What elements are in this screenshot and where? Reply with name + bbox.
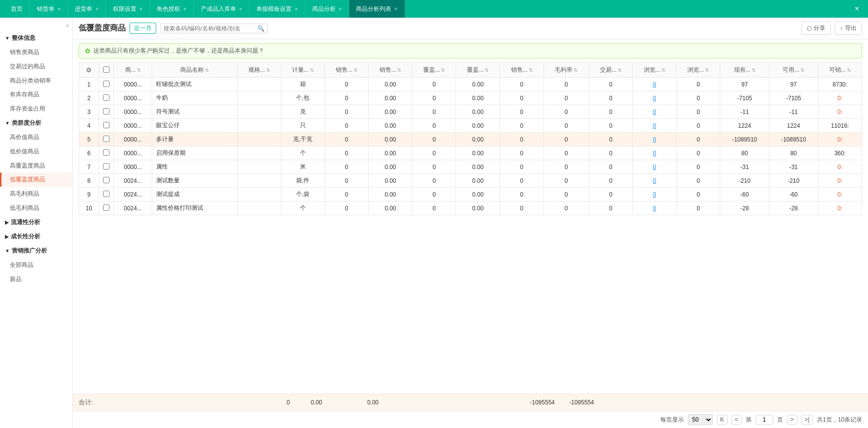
row-settings[interactable]: 1 xyxy=(79,78,99,91)
date-filter-button[interactable]: 近一月 xyxy=(130,23,156,34)
row-settings[interactable]: 10 xyxy=(79,201,99,215)
row-browse1-link[interactable]: 0 xyxy=(633,146,677,160)
row-checkbox[interactable] xyxy=(99,146,114,160)
row-browse1-link[interactable]: 0 xyxy=(633,78,677,91)
row-coverage1: 0 xyxy=(412,91,456,105)
row-browse1-link[interactable]: 0 xyxy=(633,91,677,105)
close-sales-order[interactable]: × xyxy=(57,6,60,12)
sidebar-item-all-products[interactable]: 全部商品 xyxy=(0,258,72,272)
export-button[interactable]: ↑ 导出 xyxy=(835,22,862,35)
row-browse1-link[interactable]: 0 xyxy=(633,119,677,133)
col-spec[interactable]: 规格...⇅ xyxy=(237,63,281,78)
col-name[interactable]: 商品名称⇅ xyxy=(152,63,237,78)
last-page-button[interactable]: >| xyxy=(801,415,813,425)
row-checkbox[interactable] xyxy=(99,174,114,188)
sidebar-item-traded-products[interactable]: 交易过的商品 xyxy=(0,59,72,74)
close-all-button[interactable]: × xyxy=(850,4,864,13)
col-trade[interactable]: 交易...⇅ xyxy=(589,63,632,78)
row-browse1-link[interactable]: 0 xyxy=(633,160,677,174)
row-settings[interactable]: 2 xyxy=(79,91,99,105)
nav-role-auth[interactable]: 角色授权 × xyxy=(150,0,193,18)
sidebar-item-high-coverage[interactable]: 高覆盖度商品 xyxy=(0,159,72,173)
sidebar-item-new-products[interactable]: 新品 xyxy=(0,272,72,286)
nav-permission-settings[interactable]: 权限设置 × xyxy=(106,0,150,18)
sidebar-section-growth[interactable]: ▶ 成长性分析 xyxy=(0,229,72,244)
nav-product-analysis-list[interactable]: 商品分析列表 × xyxy=(349,0,405,18)
row-settings[interactable]: 8 xyxy=(79,174,99,188)
row-checkbox[interactable] xyxy=(99,78,114,91)
close-template-settings[interactable]: × xyxy=(295,6,298,12)
prev-page-button[interactable]: < xyxy=(732,415,742,425)
col-available-stock[interactable]: 可用...⇅ xyxy=(769,63,818,78)
nav-home[interactable]: 首页 xyxy=(4,0,30,18)
row-checkbox[interactable] xyxy=(99,105,114,119)
col-code[interactable]: 商...⇅ xyxy=(114,63,152,78)
page-size-select[interactable]: 50 100 200 xyxy=(688,414,713,425)
sidebar-collapse-button[interactable]: « xyxy=(66,22,69,29)
col-settings[interactable]: ⚙ xyxy=(79,63,99,78)
row-settings[interactable]: 4 xyxy=(79,119,99,133)
table-container[interactable]: ⚙ 商...⇅ 商品名称⇅ 规格...⇅ 计量...⇅ 销售...⇅ 销售...… xyxy=(73,62,868,394)
row-checkbox[interactable] xyxy=(99,201,114,215)
row-browse1-link[interactable]: 0 xyxy=(633,133,677,146)
row-coverage1: 0 xyxy=(412,174,456,188)
sidebar-item-capital-usage[interactable]: 库存资金占用 xyxy=(0,102,72,116)
sidebar-section-class-analysis[interactable]: ▼ 类群度分析 xyxy=(0,116,72,130)
row-checkbox[interactable] xyxy=(99,91,114,105)
col-browse2[interactable]: 浏览...⇅ xyxy=(677,63,720,78)
close-finished-goods[interactable]: × xyxy=(239,6,242,12)
close-product-analysis[interactable]: × xyxy=(339,6,342,12)
sidebar-item-category-rate[interactable]: 商品分类动销率 xyxy=(0,74,72,88)
col-saleable[interactable]: 可销...⇅ xyxy=(818,63,862,78)
col-sales3[interactable]: 销售...⇅ xyxy=(500,63,543,78)
row-browse1-link[interactable]: 0 xyxy=(633,201,677,215)
sidebar-item-sales-products[interactable]: 销售类商品 xyxy=(0,45,72,59)
row-checkbox[interactable] xyxy=(99,188,114,201)
search-input[interactable] xyxy=(163,25,257,32)
col-margin[interactable]: 毛利率⇅ xyxy=(543,63,589,78)
col-browse1[interactable]: 浏览...⇅ xyxy=(633,63,677,78)
sidebar-section-marketing[interactable]: ▼ 营销推广分析 xyxy=(0,244,72,258)
row-settings[interactable]: 6 xyxy=(79,146,99,160)
row-checkbox[interactable] xyxy=(99,160,114,174)
sidebar-item-low-margin[interactable]: 低毛利商品 xyxy=(0,201,72,215)
nav-template-settings[interactable]: 单据模板设置 × xyxy=(249,0,305,18)
col-sales-qty[interactable]: 销售...⇅ xyxy=(325,63,368,78)
row-settings[interactable]: 5 xyxy=(79,133,99,146)
row-settings[interactable]: 7 xyxy=(79,160,99,174)
row-checkbox[interactable] xyxy=(99,119,114,133)
first-page-button[interactable]: K xyxy=(717,415,728,425)
row-browse1-link[interactable]: 0 xyxy=(633,174,677,188)
col-unit[interactable]: 计量...⇅ xyxy=(281,63,325,78)
sidebar-item-low-value[interactable]: 低价值商品 xyxy=(0,144,72,159)
sidebar-section-overview[interactable]: ▼ 整体信息 xyxy=(0,31,72,45)
next-page-button[interactable]: > xyxy=(787,415,797,425)
nav-purchase-order[interactable]: 进货单 × xyxy=(68,0,106,18)
row-browse1-link[interactable]: 0 xyxy=(633,188,677,201)
settings-icon[interactable]: ⚙ xyxy=(86,66,92,74)
sidebar-item-low-coverage[interactable]: 低覆盖度商品 xyxy=(0,172,72,187)
close-role-auth[interactable]: × xyxy=(183,6,186,12)
sidebar-section-liquidity[interactable]: ▶ 流通性分析 xyxy=(0,215,72,229)
col-coverage2[interactable]: 覆盖...⇅ xyxy=(456,63,500,78)
nav-product-analysis[interactable]: 商品分析 × xyxy=(305,0,349,18)
sidebar-item-stocked-products[interactable]: 有库存商品 xyxy=(0,87,72,102)
page-number-input[interactable] xyxy=(756,415,773,425)
col-coverage1[interactable]: 覆盖...⇅ xyxy=(412,63,456,78)
col-sales-amt[interactable]: 销售...⇅ xyxy=(369,63,412,78)
sidebar-item-high-margin[interactable]: 高毛利商品 xyxy=(0,187,72,201)
row-checkbox[interactable] xyxy=(99,133,114,146)
col-current-stock[interactable]: 现有...⇅ xyxy=(720,63,769,78)
row-browse1-link[interactable]: 0 xyxy=(633,105,677,119)
sidebar-item-high-value[interactable]: 高价值商品 xyxy=(0,130,72,144)
nav-sales-order[interactable]: 销货单 × xyxy=(30,0,68,18)
nav-finished-goods[interactable]: 产成品入库单 × xyxy=(194,0,249,18)
row-settings[interactable]: 9 xyxy=(79,188,99,201)
close-product-analysis-list[interactable]: × xyxy=(394,6,397,12)
select-all-checkbox[interactable] xyxy=(103,66,109,73)
close-permission-settings[interactable]: × xyxy=(139,6,142,12)
col-checkbox[interactable] xyxy=(99,63,114,78)
close-purchase-order[interactable]: × xyxy=(95,6,98,12)
row-settings[interactable]: 3 xyxy=(79,105,99,119)
share-button[interactable]: ⬡ 分享 xyxy=(801,22,831,35)
